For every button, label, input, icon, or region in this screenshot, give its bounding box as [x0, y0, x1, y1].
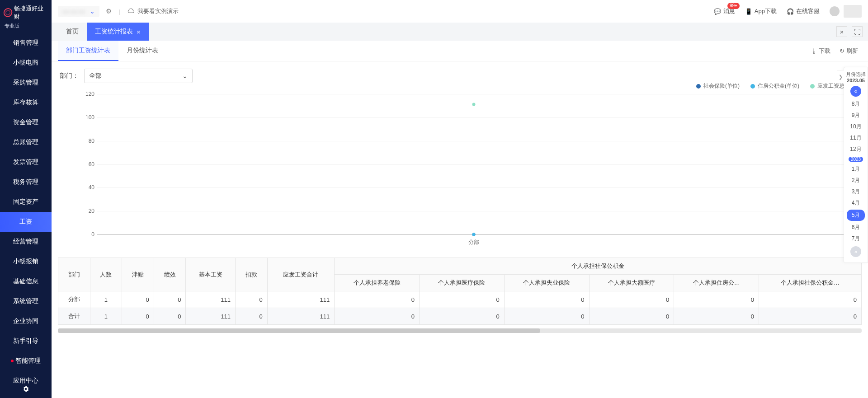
nav-item-3[interactable]: 库存核算: [0, 93, 52, 112]
nav-item-7[interactable]: 税务管理: [0, 172, 52, 192]
cell: 合计: [58, 308, 90, 325]
refresh-label: 刷新: [846, 47, 858, 54]
cell: 111: [267, 308, 335, 325]
nav-item-2[interactable]: 采购管理: [0, 73, 52, 93]
tabs-strip: 首页 工资统计报表 × × ⛶: [52, 23, 868, 41]
org-selector[interactable]: — — — ⌄: [58, 6, 99, 17]
horizontal-scrollbar[interactable]: [58, 328, 862, 333]
cell: 0: [589, 291, 674, 308]
subtab-dept-report[interactable]: 部门工资统计表: [58, 41, 118, 61]
nav-item-0[interactable]: 销售管理: [0, 33, 52, 53]
col-count: 人数: [90, 258, 122, 291]
cell: 0: [420, 291, 505, 308]
cell: 0: [420, 308, 505, 325]
nav-item-8[interactable]: 固定资产: [0, 192, 52, 212]
month-option[interactable]: 9月: [844, 110, 868, 121]
messages-link[interactable]: 💬 消息 99+: [714, 7, 735, 15]
subtab-month-report[interactable]: 月份统计表: [118, 41, 166, 61]
cell: 0: [674, 291, 759, 308]
app-download-link[interactable]: 📱 App下载: [745, 7, 777, 15]
ytick: 60: [79, 161, 94, 168]
tab-salary-label: 工资统计报表: [95, 28, 133, 36]
cell: 0: [236, 308, 268, 325]
col-dept: 部门: [58, 258, 90, 291]
month-option[interactable]: 1月: [844, 164, 868, 175]
cell: 0: [589, 308, 674, 325]
month-panel: ❯ 月份选择 2023.05 « 8月9月10月11月12月 2023 1月2月…: [844, 67, 868, 263]
cell: 0: [335, 291, 420, 308]
nav-item-13[interactable]: 系统管理: [0, 291, 52, 311]
month-option[interactable]: 8月: [844, 98, 868, 110]
col-deduct: 扣款: [236, 258, 268, 291]
chart-legend: 社会保险(单位)住房公积金(单位)应发工资总额: [696, 82, 850, 90]
tab-salary-report[interactable]: 工资统计报表 ×: [87, 23, 149, 41]
scroll-down-button[interactable]: »: [850, 246, 861, 257]
cell: 1: [90, 291, 122, 308]
user-menu[interactable]: [830, 5, 862, 18]
table-row: 分部1001110111000000: [58, 291, 862, 308]
month-panel-title: 月份选择 2023.05: [844, 71, 868, 84]
close-icon[interactable]: ×: [137, 28, 141, 36]
user-name-hidden: [844, 5, 862, 18]
ytick: 120: [79, 91, 94, 97]
nav-item-1[interactable]: 小畅电商: [0, 53, 52, 73]
month-option[interactable]: 10月: [844, 121, 868, 132]
cell: 分部: [58, 291, 90, 308]
nav-item-11[interactable]: 小畅报销: [0, 252, 52, 272]
nav-item-10[interactable]: 经营管理: [0, 232, 52, 252]
topbar-settings[interactable]: ⚙: [106, 7, 112, 15]
month-option[interactable]: 3月: [844, 186, 868, 197]
month-option[interactable]: 12月: [844, 144, 868, 155]
support-label: 在线客服: [796, 7, 820, 15]
tab-home[interactable]: 首页: [58, 23, 87, 41]
nav-item-4[interactable]: 资金管理: [0, 112, 52, 132]
collapse-icon[interactable]: ❯: [837, 70, 844, 84]
org-name-hidden: — — —: [62, 8, 85, 15]
month-option[interactable]: 5月: [847, 210, 865, 221]
content: 部门工资统计表 月份统计表 ⭳下载 ↻刷新 部门： 全部 ⌄ 社会保险(单位)住…: [52, 41, 868, 398]
mp-value: 2023.05: [844, 77, 868, 84]
nav-item-14[interactable]: 企业协同: [0, 311, 52, 331]
support-link[interactable]: 🎧 在线客服: [787, 7, 820, 15]
legend-item[interactable]: 社会保险(单位): [696, 82, 740, 90]
month-option[interactable]: 2月: [844, 175, 868, 186]
year-badge: 2023: [849, 157, 863, 162]
col-perf: 绩效: [154, 258, 186, 291]
nav-item-12[interactable]: 基础信息: [0, 272, 52, 291]
filter-label: 部门：: [60, 72, 79, 80]
data-point: [472, 103, 475, 106]
ytick: 100: [79, 114, 94, 121]
fullscreen-button[interactable]: ⛶: [852, 26, 863, 37]
refresh-icon: ↻: [840, 47, 844, 54]
month-option[interactable]: 7月: [844, 233, 868, 244]
cell: 111: [267, 291, 335, 308]
chart-axes: 020406080100120分部: [97, 94, 850, 235]
app-logo-icon: [2, 6, 14, 19]
app-edition: 专业版: [0, 23, 52, 29]
nav-item-15[interactable]: 新手引导: [0, 331, 52, 351]
cell: 0: [674, 308, 759, 325]
dept-select[interactable]: 全部 ⌄: [84, 69, 193, 83]
col-gross: 应发工资合计: [267, 258, 335, 291]
nav-item-9[interactable]: 工资: [0, 212, 52, 232]
sub-col: 个人承担失业保险: [504, 275, 589, 291]
legend-item[interactable]: 住房公积金(单位): [750, 82, 799, 90]
cell: 0: [759, 291, 862, 308]
table[interactable]: 部门 人数 津贴 绩效 基本工资 扣款 应发工资合计 个人承担社保公积金 个人承…: [58, 258, 862, 325]
download-label: 下载: [819, 47, 830, 54]
sidebar-settings[interactable]: [0, 380, 52, 398]
month-option[interactable]: 6月: [844, 222, 868, 233]
refresh-button[interactable]: ↻刷新: [840, 47, 858, 55]
user-avatar-icon: [830, 6, 840, 16]
scroll-up-button[interactable]: «: [850, 86, 861, 97]
xlabel: 分部: [468, 239, 479, 246]
download-button[interactable]: ⭳下载: [811, 47, 830, 55]
nav-item-6[interactable]: 发票管理: [0, 152, 52, 172]
nav-item-5[interactable]: 总账管理: [0, 132, 52, 152]
month-option[interactable]: 11月: [844, 132, 868, 144]
close-all-button[interactable]: ×: [836, 26, 847, 37]
month-option[interactable]: 4月: [844, 197, 868, 209]
table-row: 合计1001110111000000: [58, 308, 862, 325]
demo-link[interactable]: 我要看实例演示: [127, 7, 179, 15]
nav-item-16[interactable]: 智能管理: [0, 351, 52, 371]
